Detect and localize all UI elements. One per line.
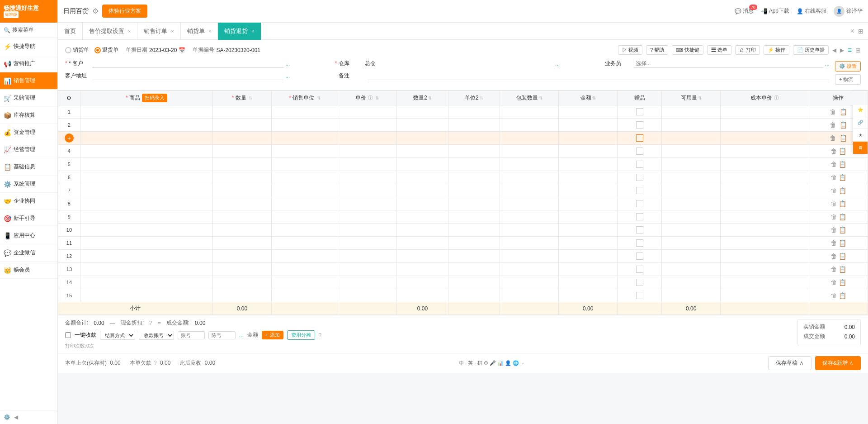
close-icon[interactable]: × <box>208 29 211 34</box>
salesperson-select-btn[interactable]: ... <box>825 61 830 67</box>
gift-checkbox[interactable] <box>636 200 643 207</box>
close-icon[interactable]: × <box>128 29 131 34</box>
sort-icon[interactable]: ⇅ <box>698 95 702 100</box>
copy-row-btn[interactable]: 📋 <box>838 173 847 182</box>
debit-help-icon[interactable]: ? <box>154 360 157 366</box>
sort-icon[interactable]: ⇅ <box>428 95 432 100</box>
pack-qty-cell[interactable] <box>500 132 558 145</box>
gift-cell[interactable] <box>618 119 662 132</box>
delete-row-btn[interactable]: 🗑 <box>830 252 838 261</box>
gift-checkbox[interactable] <box>636 266 643 273</box>
scan-btn[interactable]: 扫码录入 <box>142 94 167 102</box>
print-btn[interactable]: 🖨 打印 <box>735 45 760 55</box>
sidebar-item-system[interactable]: ⚙️ 系统管理 <box>0 176 57 193</box>
sidebar-search[interactable]: 🔍 搜索菜单 <box>0 23 57 38</box>
next-doc-icon[interactable]: ▶ <box>840 47 844 53</box>
gift-checkbox[interactable] <box>636 213 643 220</box>
online-service-btn[interactable]: 👤 在线客服 <box>797 7 826 15</box>
gift-cell[interactable] <box>618 105 662 119</box>
unit2-cell[interactable] <box>448 105 500 119</box>
tab-home[interactable]: 首页 <box>58 23 83 40</box>
qty2-cell[interactable] <box>396 119 448 132</box>
copy-row-btn[interactable]: 📋 <box>839 107 848 116</box>
gift-checkbox[interactable] <box>636 252 643 260</box>
delete-row-btn[interactable]: 🗑 <box>829 120 837 129</box>
qty-cell[interactable] <box>212 132 271 145</box>
sidebar-item-enterprise[interactable]: 🤝 企业协同 <box>0 193 57 210</box>
customer-input[interactable] <box>92 59 283 68</box>
unit-price-cell[interactable] <box>338 132 396 145</box>
tab-close-all-icon[interactable]: × <box>850 27 854 35</box>
select-btn[interactable]: ☰ 选单 <box>707 45 731 55</box>
delete-row-btn[interactable]: 🗑 <box>830 199 838 208</box>
delete-row-btn[interactable]: 🗑 <box>830 186 838 195</box>
amount-cell[interactable] <box>559 105 618 119</box>
cost-price-cell[interactable] <box>721 132 809 145</box>
prev-doc-icon[interactable]: ◀ <box>832 47 836 53</box>
unit2-cell[interactable] <box>448 119 500 132</box>
delete-row-btn[interactable]: 🗑 <box>830 278 838 287</box>
history-btn[interactable]: 📄 历史单据 <box>793 45 829 55</box>
calendar-icon[interactable]: 📅 <box>179 47 185 53</box>
sort-icon[interactable]: ⇅ <box>539 95 542 100</box>
settings-gear-icon[interactable]: ⚙️ <box>4 414 10 420</box>
delete-row-btn[interactable]: 🗑 <box>829 107 837 116</box>
pack-qty-cell[interactable] <box>500 105 558 119</box>
save-draft-btn[interactable]: 保存草稿 ∧ <box>768 356 811 370</box>
float-star-btn[interactable]: ⭐ <box>853 104 868 116</box>
sidebar-item-basic[interactable]: 📋 基础信息 <box>0 158 57 176</box>
settings-icon[interactable]: ⚙ <box>66 95 71 101</box>
delete-row-btn[interactable]: 🗑 <box>830 291 838 300</box>
copy-row-btn[interactable]: 📋 <box>838 252 847 261</box>
copy-row-btn[interactable]: 📋 <box>838 225 847 234</box>
discount-help-icon[interactable]: ? <box>149 320 152 326</box>
sort-icon[interactable]: ⇅ <box>249 95 252 100</box>
date-value[interactable]: 2023-03-20 <box>149 47 177 53</box>
cost-price-cell[interactable] <box>721 105 809 119</box>
help-btn[interactable]: ? 帮助 <box>646 45 668 55</box>
experience-btn[interactable]: 体验行业方案 <box>102 5 147 18</box>
copy-row-btn[interactable]: 📋 <box>838 238 847 248</box>
tab-sales-return[interactable]: 销货退货 × <box>218 23 261 40</box>
gift-checkbox[interactable] <box>636 226 643 233</box>
add-row-cell[interactable]: + <box>58 132 80 145</box>
address-select-btn[interactable]: ... <box>285 73 290 79</box>
copy-row-btn[interactable]: 📋 <box>838 160 847 169</box>
unit-price-cell[interactable] <box>338 105 396 119</box>
copy-row-btn[interactable]: 📋 <box>838 265 847 274</box>
sort-icon[interactable]: ⇅ <box>480 95 483 100</box>
gift-checkbox[interactable] <box>636 148 643 155</box>
salesperson-input[interactable] <box>634 59 823 68</box>
gift-checkbox[interactable] <box>636 134 643 142</box>
warehouse-select-btn[interactable]: ... <box>555 61 560 67</box>
amount-cell[interactable] <box>559 119 618 132</box>
float-fav-btn[interactable]: ★ <box>853 129 868 142</box>
float-link-btn[interactable]: 🔗 <box>853 116 868 129</box>
add-payment-btn[interactable]: + 添加 <box>262 331 283 339</box>
amount-cell[interactable] <box>559 132 618 145</box>
sidebar-item-purchase[interactable]: 🛒 采购管理 <box>0 90 57 107</box>
delete-row-btn[interactable]: 🗑 <box>830 238 838 248</box>
video-btn[interactable]: ▷ 视频 <box>618 45 642 55</box>
account-no-input[interactable] <box>178 331 205 339</box>
float-screen-btn[interactable]: 🖥 <box>853 142 868 154</box>
delete-row-btn[interactable]: 🗑 <box>830 265 838 274</box>
delete-row-btn[interactable]: 🗑 <box>830 147 838 156</box>
qty2-cell[interactable] <box>396 132 448 145</box>
grid-view-icon[interactable]: ⊞ <box>855 47 861 54</box>
cost-price-cell[interactable] <box>721 119 809 132</box>
close-icon[interactable]: × <box>171 29 174 34</box>
sales-unit-cell[interactable] <box>272 132 338 145</box>
sidebar-item-marketing[interactable]: 📢 营销推广 <box>0 55 57 72</box>
delete-row-btn[interactable]: 🗑 <box>829 133 837 143</box>
delete-row-btn[interactable]: 🗑 <box>830 212 838 221</box>
collapse-icon[interactable]: ◀ <box>14 414 18 420</box>
settings-btn[interactable]: ⚙️ 设置 <box>835 61 861 71</box>
gift-checkbox[interactable] <box>636 174 643 181</box>
delete-row-btn[interactable]: 🗑 <box>830 225 838 234</box>
available-cell[interactable] <box>662 119 721 132</box>
save-new-btn[interactable]: 保存&新增 ∧ <box>815 356 861 370</box>
qty-cell[interactable] <box>212 119 271 132</box>
sidebar-item-operation[interactable]: 📈 经营管理 <box>0 141 57 158</box>
product-cell[interactable] <box>80 119 212 132</box>
